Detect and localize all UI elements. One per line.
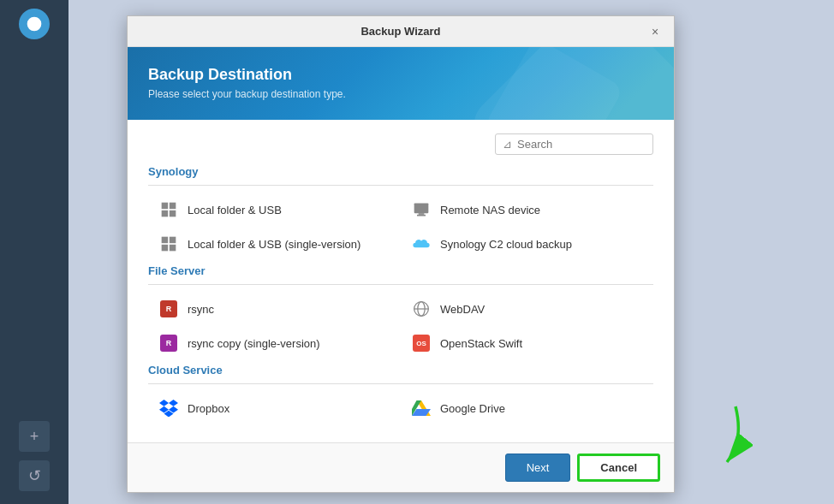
svg-rect-1 (162, 203, 169, 210)
content-area: ⊿ Synology Local folder & USB R (128, 120, 674, 442)
cloud-service-items-grid: Dropbox Google Drive (148, 391, 653, 425)
app-logo (19, 9, 50, 39)
item-rsync-copy-label: rsync copy (single-version) (188, 337, 320, 350)
item-openstack-label: OpenStack Swift (440, 337, 522, 350)
dropbox-icon (158, 398, 179, 418)
item-openstack[interactable]: OS OpenStack Swift (401, 326, 653, 360)
svg-point-0 (27, 17, 42, 32)
synology-items-grid: Local folder & USB Remote NAS device Loc… (148, 193, 653, 261)
category-cloud-service: Cloud Service Dropbox (148, 364, 653, 425)
svg-rect-6 (419, 213, 425, 215)
item-remote-nas[interactable]: Remote NAS device (401, 193, 653, 227)
banner-subtitle: Please select your backup destination ty… (148, 88, 653, 100)
backup-wizard-dialog: Backup Wizard × Backup Destination Pleas… (127, 15, 675, 493)
svg-marker-15 (159, 400, 169, 406)
rsync-icon: R (158, 299, 179, 319)
svg-rect-10 (162, 245, 169, 252)
close-button[interactable]: × (646, 23, 664, 40)
openstack-icon: OS (411, 333, 432, 353)
svg-rect-8 (162, 237, 169, 244)
add-button[interactable]: + (19, 421, 50, 452)
search-input[interactable] (517, 138, 646, 151)
category-synology-label: Synology (148, 165, 653, 178)
svg-marker-16 (169, 400, 178, 406)
item-dropbox-label: Dropbox (188, 402, 229, 415)
dialog-footer: Next Cancel (128, 442, 674, 492)
svg-rect-9 (170, 237, 176, 244)
svg-rect-11 (170, 245, 176, 252)
item-local-folder-usb-single-label: Local folder & USB (single-version) (188, 238, 360, 251)
banner-title: Backup Destination (148, 66, 653, 84)
item-rsync-label: rsync (188, 303, 214, 316)
category-file-server-label: File Server (148, 264, 653, 277)
history-button[interactable]: ↺ (19, 460, 50, 491)
category-cloud-service-divider (148, 383, 653, 384)
svg-rect-4 (170, 210, 176, 217)
item-remote-nas-label: Remote NAS device (440, 204, 540, 216)
banner: Backup Destination Please select your ba… (128, 47, 674, 120)
filter-icon: ⊿ (503, 138, 512, 151)
item-webdav-label: WebDAV (440, 303, 485, 316)
item-local-folder-usb[interactable]: Local folder & USB (148, 193, 401, 227)
rsync-copy-icon: R (158, 333, 179, 353)
grid-icon-2 (158, 234, 179, 254)
item-webdav[interactable]: WebDAV (401, 292, 653, 326)
item-google-drive-label: Google Drive (440, 402, 505, 415)
item-rsync[interactable]: R rsync (148, 292, 401, 326)
item-google-drive[interactable]: Google Drive (401, 391, 653, 425)
item-dropbox[interactable]: Dropbox (148, 391, 401, 425)
item-synology-c2[interactable]: Synology C2 cloud backup (401, 227, 653, 261)
search-box[interactable]: ⊿ (495, 133, 653, 155)
dialog-title: Backup Wizard (155, 25, 646, 38)
category-file-server: File Server R rsync WebDAV R (148, 264, 653, 360)
cancel-button[interactable]: Cancel (577, 454, 660, 482)
item-rsync-copy[interactable]: R rsync copy (single-version) (148, 326, 401, 360)
category-synology: Synology Local folder & USB Remote NAS d… (148, 165, 653, 261)
category-file-server-divider (148, 284, 653, 285)
item-local-folder-usb-single[interactable]: Local folder & USB (single-version) (148, 227, 401, 261)
search-row: ⊿ (148, 133, 653, 155)
file-server-items-grid: R rsync WebDAV R rsync copy (single-vers… (148, 292, 653, 360)
monitor-icon (411, 199, 432, 220)
next-button[interactable]: Next (505, 454, 571, 482)
item-local-folder-usb-label: Local folder & USB (188, 204, 282, 216)
category-cloud-service-label: Cloud Service (148, 364, 653, 377)
svg-rect-5 (414, 204, 429, 214)
titlebar: Backup Wizard × (128, 16, 674, 47)
category-synology-divider (148, 185, 653, 186)
grid-icon (158, 199, 179, 220)
svg-rect-7 (417, 215, 426, 216)
webdav-icon (411, 299, 432, 319)
cloud-icon (411, 234, 432, 254)
sidebar: + ↺ (0, 0, 69, 504)
googledrive-icon (411, 398, 432, 418)
svg-rect-3 (162, 210, 169, 217)
svg-rect-2 (170, 203, 176, 210)
item-synology-c2-label: Synology C2 cloud backup (440, 238, 572, 251)
